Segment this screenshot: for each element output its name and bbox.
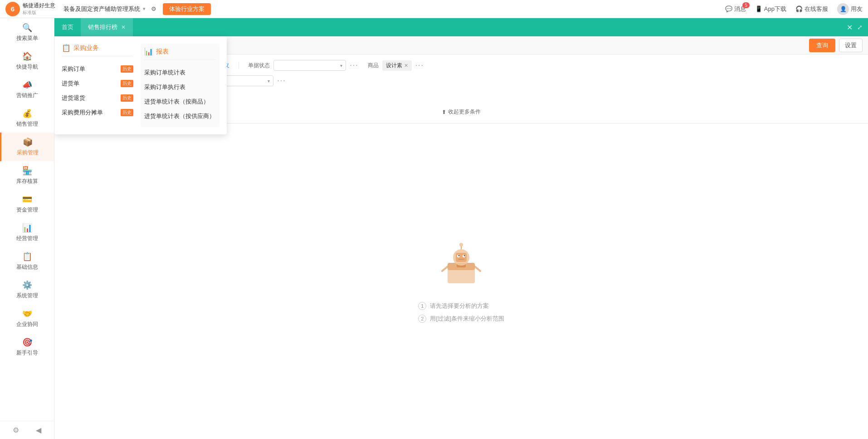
headset-icon: 🎧 [795, 5, 803, 12]
guide-icon: 🎯 [22, 337, 32, 347]
report-sec-icon: 📊 [144, 47, 153, 56]
app-download-label: App下载 [764, 5, 786, 13]
report-2-label: 采购订单执行表 [144, 84, 185, 90]
inbound-label: 进货单 [62, 79, 117, 88]
purchase-dropdown: 📋 采购业务 采购订单 历史 进货单 历史 进货退货 历史 采购费用分摊单 [54, 36, 227, 134]
report-item-row-3[interactable]: 进货单统计表（按商品） [144, 94, 216, 109]
sidebar-item-collab[interactable]: 🤝 企业协同 [0, 304, 54, 333]
topbar: 6 畅捷通好生意 标准版 装备及固定资产辅助管理系统 ▾ ⚙ 体验行业方案 💬 … [0, 0, 868, 18]
cost-alloc-history-badge: 历史 [121, 109, 133, 116]
sidebar-item-search[interactable]: 🔍 搜索菜单 [0, 18, 54, 47]
return-history-badge: 历史 [121, 94, 133, 102]
sidebar-settings-btn[interactable]: ⚙ [13, 426, 19, 434]
dropdown-arrow-icon[interactable]: ▾ [143, 6, 146, 12]
logo-icon: 6 [5, 2, 20, 16]
sidebar-bottom: ⚙ ◀ [0, 421, 54, 439]
online-service-btn[interactable]: 🎧 在线客服 [795, 5, 828, 13]
content: 首页 销售排行榜 ✕ ✕ ⤢ ❓ 帮助 🖨 按模板打印 ▾ ↗ [54, 18, 868, 439]
messages-btn[interactable]: 💬 消息 5 [725, 5, 746, 13]
industry-btn[interactable]: 体验行业方案 [163, 3, 211, 15]
topbar-right: 💬 消息 5 📱 App下载 🎧 在线客服 👤 用友 [725, 3, 863, 15]
report-item-row-2[interactable]: 采购订单执行表 [144, 80, 216, 94]
sidebar: 🔍 搜索菜单 🏠 快捷导航 📣 营销推广 💰 销售管理 📦 采购管理 🏪 库存核… [0, 18, 54, 439]
settings-icon[interactable]: ⚙ [151, 5, 156, 12]
inventory-icon: 🏪 [22, 166, 32, 176]
sidebar-item-marketing[interactable]: 📣 营销推广 [0, 75, 54, 104]
phone-icon: 📱 [755, 5, 762, 12]
return-label: 进货退货 [62, 94, 117, 102]
finance-icon: 💳 [22, 194, 32, 204]
app-download-btn[interactable]: 📱 App下载 [755, 5, 786, 13]
purchase-item-row-2[interactable]: 进货单 历史 [62, 76, 133, 91]
sidebar-collapse-btn[interactable]: ◀ [36, 426, 41, 434]
user-avatar: 👤 [837, 3, 849, 15]
sidebar-item-finance[interactable]: 💳 资金管理 [0, 190, 54, 218]
basics-icon: 📋 [22, 252, 32, 261]
system-icon: ⚙️ [22, 280, 32, 290]
cost-alloc-label: 采购费用分摊单 [62, 109, 117, 117]
message-icon: 💬 [725, 5, 732, 12]
report-section: 📊 报表 采购订单统计表 采购订单执行表 进货单统计表（按商品） 进货单统计表（… [141, 44, 219, 127]
main-layout: 🔍 搜索菜单 🏠 快捷导航 📣 营销推广 💰 销售管理 📦 采购管理 🏪 库存核… [0, 18, 868, 439]
report-3-label: 进货单统计表（按商品） [144, 98, 209, 105]
sidebar-item-operations[interactable]: 📊 经营管理 [0, 218, 54, 247]
sidebar-item-basics[interactable]: 📋 基础信息 [0, 247, 54, 276]
report-section-title: 📊 报表 [144, 47, 216, 60]
sidebar-item-system[interactable]: ⚙️ 系统管理 [0, 276, 54, 304]
purchase-sec-icon: 📋 [62, 44, 71, 52]
user-label: 用友 [851, 5, 863, 13]
purchase-order-label: 采购订单 [62, 65, 117, 73]
purchase-item-row-3[interactable]: 进货退货 历史 [62, 91, 133, 105]
sidebar-item-nav[interactable]: 🏠 快捷导航 [0, 47, 54, 75]
logo-line2: 标准版 [23, 10, 55, 16]
marketing-icon: 📣 [22, 80, 32, 90]
operations-icon: 📊 [22, 223, 32, 233]
logo-line1: 畅捷通好生意 [23, 2, 55, 10]
system-title-text: 装备及固定资产辅助管理系统 [63, 5, 140, 13]
purchase-section-title: 📋 采购业务 [62, 44, 133, 56]
sidebar-item-guide[interactable]: 🎯 新手引导 [0, 333, 54, 361]
report-1-label: 采购订单统计表 [144, 69, 185, 76]
purchase-icon: 📦 [23, 137, 33, 147]
search-icon: 🔍 [22, 23, 32, 33]
collab-icon: 🤝 [22, 309, 32, 319]
report-item-row-1[interactable]: 采购订单统计表 [144, 65, 216, 80]
user-area[interactable]: 👤 用友 [837, 3, 863, 15]
sidebar-item-purchase[interactable]: 📦 采购管理 [0, 133, 54, 161]
online-service-label: 在线客服 [805, 5, 828, 13]
report-item-row-4[interactable]: 进货单统计表（按供应商） [144, 109, 216, 123]
messages-badge: 5 [742, 2, 750, 8]
system-title: 装备及固定资产辅助管理系统 ▾ ⚙ 体验行业方案 [63, 3, 725, 15]
purchase-item-row-4[interactable]: 采购费用分摊单 历史 [62, 105, 133, 120]
purchase-section: 📋 采购业务 采购订单 历史 进货单 历史 进货退货 历史 采购费用分摊单 [62, 44, 133, 127]
purchase-order-history-badge: 历史 [121, 65, 133, 73]
inbound-history-badge: 历史 [121, 80, 133, 87]
home-icon: 🏠 [22, 51, 32, 61]
logo-area: 6 畅捷通好生意 标准版 [5, 2, 60, 16]
purchase-item-row-1[interactable]: 采购订单 历史 [62, 62, 133, 76]
sidebar-item-sales[interactable]: 💰 销售管理 [0, 104, 54, 133]
sidebar-item-inventory[interactable]: 🏪 库存核算 [0, 161, 54, 190]
sales-icon: 💰 [22, 109, 32, 118]
report-4-label: 进货单统计表（按供应商） [144, 113, 215, 119]
